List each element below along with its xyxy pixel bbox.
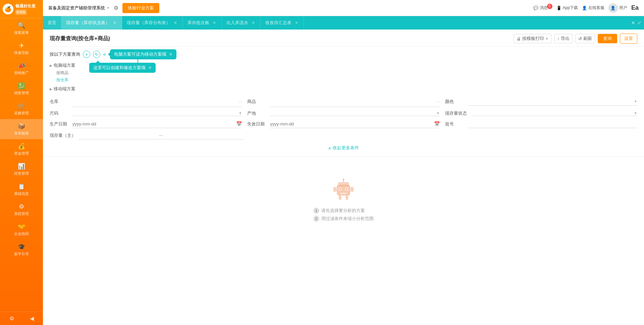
edit-tooltip-close[interactable]: ✕ bbox=[148, 65, 152, 70]
scheme-tooltip: 电脑方案可设为移动方案哦 ✕ bbox=[110, 49, 176, 59]
goods-input[interactable] bbox=[270, 98, 436, 105]
system-title: 装备及固定资产辅助管理系统 bbox=[48, 5, 105, 11]
scheme-tooltip-text: 电脑方案可设为移动方案哦 bbox=[114, 51, 166, 57]
tab-close-inventory-dist[interactable]: ✕ bbox=[173, 20, 178, 25]
user-menu[interactable]: 👤 用户 bbox=[608, 3, 627, 13]
tab-close-summary[interactable]: ✕ bbox=[294, 20, 299, 25]
system-title-dropdown[interactable]: 装备及固定资产辅助管理系统 ▼ bbox=[48, 5, 110, 11]
tab-batch-account-label: 库存批次账 bbox=[187, 20, 209, 26]
filter-row-4: 现存量（主） — bbox=[50, 131, 244, 140]
filter-row-3: 生产日期 📅 失效日期 📅 批号 bbox=[50, 120, 637, 128]
sidebar-item-label: 新手引导 bbox=[14, 252, 29, 257]
expire-date-label: 失效日期 bbox=[247, 121, 267, 127]
calendar-icon[interactable]: 📅 bbox=[236, 121, 242, 126]
size-input[interactable] bbox=[72, 111, 238, 116]
dropdown-arrow-icon: ▼ bbox=[106, 6, 110, 10]
stock-status-input[interactable] bbox=[472, 111, 634, 116]
stock-main-label: 现存量（主） bbox=[50, 132, 76, 139]
refresh-btn[interactable]: ↺ 刷新 bbox=[575, 34, 595, 43]
svg-rect-6 bbox=[340, 193, 346, 194]
sidebar-item-purchase[interactable]: 🛒 采购管理 bbox=[0, 99, 43, 119]
filter-refresh-btn[interactable]: ↻ bbox=[93, 51, 100, 58]
tab-stock-flow[interactable]: 出入库流水 ✕ bbox=[222, 16, 261, 30]
tab-inventory-dist[interactable]: 现存量（库存分布表） ✕ bbox=[122, 16, 183, 30]
sidebar-item-inventory[interactable]: 📦 库存核算 bbox=[0, 119, 43, 139]
filter-field-expire-date: 失效日期 📅 bbox=[247, 120, 439, 128]
export-btn[interactable]: ↑ 导出 bbox=[554, 34, 573, 43]
sidebar-item-system[interactable]: ⚙ 系统管理 bbox=[0, 200, 43, 220]
reset-btn[interactable]: 设置 bbox=[620, 34, 637, 44]
filter-label: 按以下方案查询 bbox=[50, 51, 80, 57]
color-dropdown-icon: ▼ bbox=[634, 100, 637, 103]
sidebar-item-basic[interactable]: 📋 基础信息 bbox=[0, 179, 43, 200]
avatar-icon: 👤 bbox=[610, 6, 615, 10]
pc-scheme-label: 电脑端方案 bbox=[54, 62, 75, 68]
message-btn[interactable]: 💬 消息 6 bbox=[533, 5, 552, 11]
operation-icon: 📊 bbox=[18, 163, 25, 170]
prod-date-wrapper: 📅 bbox=[72, 120, 242, 128]
tab-maximize-icon[interactable]: ⤢ bbox=[637, 20, 641, 25]
tab-summary[interactable]: 收发存汇总表 ✕ bbox=[261, 16, 304, 30]
sidebar-item-marketing[interactable]: 📣 营销推广 bbox=[0, 59, 43, 79]
expire-date-input[interactable] bbox=[270, 121, 434, 126]
expire-calendar-icon[interactable]: 📅 bbox=[434, 121, 440, 126]
tab-stock-flow-label: 出入库流水 bbox=[226, 20, 248, 26]
svg-rect-12 bbox=[345, 196, 348, 200]
sidebar-item-label: 库存核算 bbox=[14, 131, 29, 136]
prod-date-input[interactable] bbox=[72, 121, 236, 126]
hint-num-1: 1 bbox=[313, 208, 319, 214]
origin-input[interactable] bbox=[270, 111, 436, 116]
scheme-goods-label: 按商品 bbox=[56, 70, 68, 75]
tab-inventory-status[interactable]: 现存量（库存状况表） ✕ bbox=[61, 16, 122, 30]
tab-batch-account[interactable]: 库存批次账 ✕ bbox=[183, 16, 222, 30]
trial-btn[interactable]: 体验行业方案 bbox=[122, 3, 159, 13]
collapse-btn[interactable]: ∧ 收起更多条件 bbox=[50, 142, 637, 152]
svg-point-4 bbox=[339, 188, 341, 190]
tab-close-stock-flow[interactable]: ✕ bbox=[251, 20, 256, 25]
origin-input-wrapper: ▼ bbox=[270, 111, 439, 116]
settings-gear-icon[interactable]: ⚙ bbox=[114, 5, 118, 11]
search-btn[interactable]: 查询 bbox=[598, 34, 617, 43]
tab-close-inventory-status[interactable]: ✕ bbox=[112, 20, 117, 25]
tab-home[interactable]: 首页 bbox=[43, 16, 61, 30]
filter-arrow-btn[interactable]: « bbox=[103, 51, 106, 57]
export-icon: ↑ bbox=[557, 36, 560, 41]
app-download-btn[interactable]: 📱 App下载 bbox=[556, 5, 578, 11]
main-area: 装备及固定资产辅助管理系统 ▼ ⚙ 体验行业方案 💬 消息 6 📱 App下载 … bbox=[43, 0, 644, 325]
sidebar-settings-icon[interactable]: ⚙ bbox=[9, 315, 14, 322]
svg-rect-0 bbox=[337, 185, 350, 196]
scheme-subnode-warehouse[interactable]: 按仓库 bbox=[56, 76, 637, 84]
mobile-scheme-node[interactable]: ▶ 移动端方案 bbox=[50, 85, 637, 93]
filter-field-size: 尺码 ▼ bbox=[50, 110, 242, 116]
sidebar-item-sales[interactable]: 💹 销售管理 bbox=[0, 79, 43, 99]
batch-input[interactable] bbox=[468, 120, 637, 128]
expire-date-wrapper: 📅 bbox=[270, 120, 439, 128]
print-icon: 🖨 bbox=[517, 36, 521, 41]
sidebar-item-operation[interactable]: 📊 经营管理 bbox=[0, 159, 43, 179]
sidebar-item-search[interactable]: 🔍 搜索菜单 bbox=[0, 18, 43, 39]
color-label: 颜色 bbox=[445, 99, 465, 105]
sidebar-item-quicknav[interactable]: ✈ 快速导航 bbox=[0, 39, 43, 59]
sidebar-item-guide[interactable]: 🎓 新手引导 bbox=[0, 240, 43, 260]
ea-text: Ea bbox=[631, 4, 639, 11]
color-input[interactable] bbox=[468, 99, 634, 104]
stock-main-from-input[interactable] bbox=[78, 131, 158, 139]
service-icon: 👤 bbox=[582, 6, 587, 10]
stock-status-dropdown-icon: ▼ bbox=[634, 111, 637, 115]
warehouse-input[interactable] bbox=[72, 98, 238, 105]
sidebar-collapse-icon[interactable]: ◀ bbox=[30, 315, 34, 322]
tab-close-all-icon[interactable]: ✕ bbox=[631, 20, 635, 25]
tab-bar: 首页 现存量（库存状况表） ✕ 现存量（库存分布表） ✕ 库存批次账 ✕ 出入库… bbox=[43, 16, 644, 30]
template-print-btn[interactable]: 🖨 按模板打印 ▼ bbox=[514, 34, 552, 43]
sidebar-item-label: 销售管理 bbox=[14, 91, 29, 96]
sidebar-item-finance[interactable]: 💰 资金管理 bbox=[0, 139, 43, 159]
stock-main-to-input[interactable] bbox=[165, 131, 244, 139]
filter-add-btn[interactable]: + bbox=[83, 51, 90, 58]
color-input-wrapper: ▼ bbox=[468, 98, 637, 106]
online-service-btn[interactable]: 👤 在线客服 bbox=[582, 5, 604, 11]
tab-close-batch-account[interactable]: ✕ bbox=[212, 20, 217, 25]
sidebar-item-enterprise[interactable]: 🤝 企业协同 bbox=[0, 220, 43, 240]
svg-point-8 bbox=[343, 179, 344, 180]
scheme-tooltip-close[interactable]: ✕ bbox=[169, 52, 172, 57]
sidebar-nav: 🔍 搜索菜单 ✈ 快速导航 📣 营销推广 💹 销售管理 🛒 采购管理 📦 库存核… bbox=[0, 18, 43, 312]
